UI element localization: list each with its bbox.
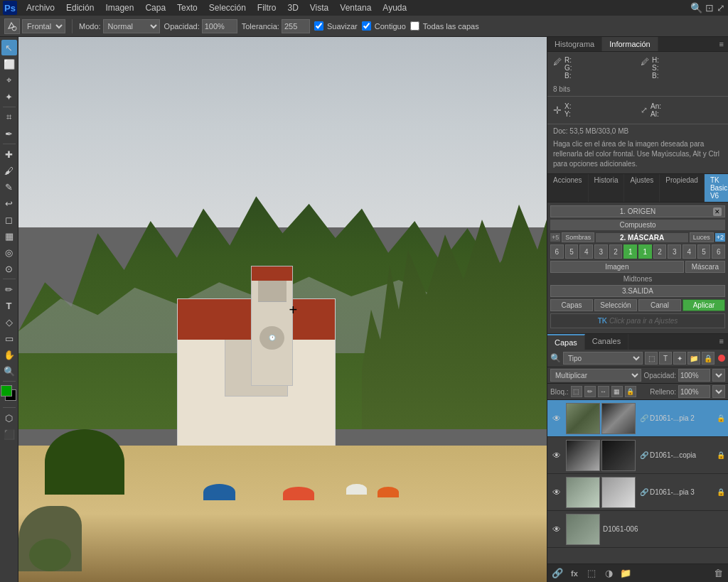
menu-ayuda[interactable]: Ayuda [378,1,412,14]
tk-tab-basic[interactable]: TK Basic V6 [705,174,728,202]
opacity-dropdown[interactable]: ▾ [712,369,725,382]
tk-num-3[interactable]: 3 [594,244,608,259]
selection-tool[interactable]: ⬜ [1,56,17,72]
tk-sombras-btn[interactable]: Sombras [562,232,594,242]
tk-aplicar-btn[interactable]: Aplicar [682,299,725,311]
filter-icon-2[interactable]: T [659,352,672,365]
tab-histograma[interactable]: Histograma [547,37,602,51]
suavizar-checkbox[interactable] [314,21,323,31]
move-tool[interactable]: ↖ [1,40,17,55]
eraser-tool[interactable]: ◻ [1,212,17,227]
tab-informacion[interactable]: Información [602,37,658,51]
tk-num-4[interactable]: 4 [579,244,593,259]
tk-tab-historia[interactable]: Historia [589,174,625,202]
filter-icon-5[interactable]: 🔒 [702,352,714,365]
footer-adjustment-btn[interactable]: ◑ [601,566,616,581]
tk-num-4-right[interactable]: 4 [682,244,696,259]
layer-eye-3[interactable]: 👁 [550,487,563,497]
spot-heal-tool[interactable]: ✚ [1,146,17,162]
search-icon[interactable]: 🔍 [690,2,702,14]
tk-canal-btn[interactable]: Canal [638,299,681,311]
mode-select[interactable]: Normal [103,19,160,33]
layers-filter-select[interactable]: Tipo [563,352,643,365]
tk-seleccion-btn[interactable]: Selección [594,299,637,311]
tk-num-5[interactable]: 5 [565,244,579,259]
layer-item-3[interactable]: 👁 🔗 D1061-...pia 3 🔒 [547,474,728,511]
tk-tab-acciones[interactable]: Acciones [547,174,589,202]
menu-texto[interactable]: Texto [172,1,203,14]
lock-icon-1[interactable]: ⬚ [571,386,582,397]
menu-vista[interactable]: Vista [305,1,333,14]
tk-num-2[interactable]: 2 [609,244,623,259]
gradient-tool[interactable]: ▦ [1,228,17,244]
tk-mascara-btn[interactable]: Máscara [685,261,725,273]
tab-capas[interactable]: Capas [547,334,585,350]
opacity-input[interactable] [678,369,710,382]
tk-tab-propiedad[interactable]: Propiedad [660,174,705,202]
crop-tool[interactable]: ⌗ [1,109,17,125]
filter-icon-4[interactable]: 📁 [687,352,700,365]
layer-item-1[interactable]: 👁 🔗 D1061-...pia 2 🔒 [547,400,728,437]
foreground-color-swatch[interactable] [1,385,12,397]
info-panel-menu[interactable]: ≡ [715,37,728,51]
screen-mode-tool[interactable]: ⬛ [1,426,17,442]
tk-num-1-left[interactable]: 1 [623,244,637,259]
menu-imagen[interactable]: Imagen [100,1,139,14]
fullscreen-icon[interactable]: ⤢ [717,2,725,14]
window-icon[interactable]: ⊡ [705,2,714,14]
tk-num-6[interactable]: 6 [550,244,564,259]
tolerance-input[interactable] [282,19,310,33]
dodge-tool[interactable]: ⊙ [1,261,17,276]
tk-capas-btn[interactable]: Capas [550,299,593,311]
magic-wand-tool[interactable]: ✦ [1,89,17,104]
path-select-tool[interactable]: ◇ [1,314,17,330]
menu-edicion[interactable]: Edición [61,1,99,14]
menu-archivo[interactable]: Archivo [21,1,60,14]
layer-item-4[interactable]: 👁 D1061-006 [547,511,728,548]
tk-imagen-btn[interactable]: Imagen [550,261,684,273]
menu-ventana[interactable]: Ventana [335,1,376,14]
layer-eye-1[interactable]: 👁 [550,414,563,424]
lock-icon-2[interactable]: ✏ [584,386,596,397]
hand-tool[interactable]: ✋ [1,347,17,362]
tk-num-5-right[interactable]: 5 [697,244,711,259]
menu-capa[interactable]: Capa [140,1,171,14]
footer-folder-btn[interactable]: 📁 [619,566,633,581]
footer-link-btn[interactable]: 🔗 [550,566,564,581]
canvas-area[interactable]: 🕐 + [18,37,547,582]
stamp-tool[interactable]: ✎ [1,179,17,195]
fill-dropdown[interactable]: ▾ [712,385,725,398]
tk-luces-btn[interactable]: Luces [690,232,714,242]
opacity-input[interactable] [202,19,237,33]
tk-plus-left[interactable]: +5 [550,233,560,242]
pen-tool[interactable]: ✏ [1,281,17,297]
footer-mask-btn[interactable]: ⬚ [584,566,599,581]
tk-num-6-right[interactable]: 6 [712,244,725,259]
eyedropper-tool[interactable]: ✒ [1,126,17,141]
fill-input[interactable] [678,385,710,398]
lock-icon-3[interactable]: ↔ [598,386,609,397]
footer-trash-btn[interactable]: 🗑 [711,566,725,581]
contiguo-checkbox[interactable] [362,21,371,31]
tk-num-3-right[interactable]: 3 [668,244,681,259]
tool-preset-select[interactable]: Frontal [22,19,65,33]
lasso-tool[interactable]: ⌖ [1,72,17,88]
quick-mask-tool[interactable]: ⬡ [1,410,17,426]
tk-close-btn[interactable]: ✕ [713,208,722,216]
tk-num-2-right[interactable]: 2 [653,244,667,259]
tk-plus-right[interactable]: +2 [715,233,725,242]
brush-tool[interactable]: 🖌 [1,163,17,178]
shape-tool[interactable]: ▭ [1,330,17,346]
filter-icon-3[interactable]: ✦ [673,352,686,365]
layers-mode-select[interactable]: Multiplicar [550,369,641,382]
menu-seleccion[interactable]: Selección [204,1,251,14]
tk-compuesto[interactable]: Compuesto [550,220,725,230]
tk-ajustes-bar[interactable]: TK Click para ir a Ajustes [550,313,725,328]
filter-icon-1[interactable]: ⬚ [645,352,658,365]
text-tool[interactable]: T [1,298,17,313]
tk-tab-ajustes[interactable]: Ajustes [624,174,660,202]
lock-icon-4[interactable]: ▦ [611,386,623,397]
layers-panel-menu[interactable]: ≡ [715,334,728,350]
layer-eye-4[interactable]: 👁 [550,524,563,534]
layer-eye-2[interactable]: 👁 [550,451,563,460]
